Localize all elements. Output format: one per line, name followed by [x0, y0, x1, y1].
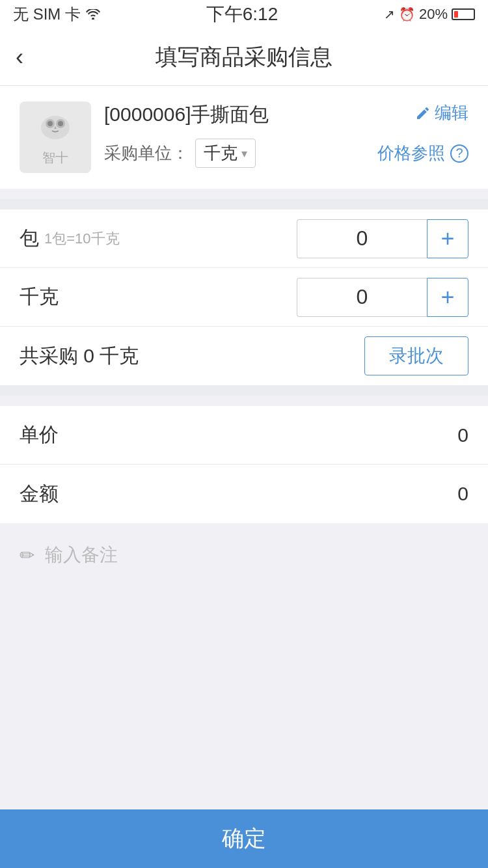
page-title: 填写商品采购信息	[156, 42, 332, 72]
status-right: ↗ ⏰ 20%	[384, 6, 475, 23]
product-image: 智十	[20, 102, 91, 173]
edit-label: 编辑	[435, 102, 468, 124]
product-top-row: [0000006]手撕面包 编辑	[104, 102, 468, 128]
chevron-down-icon: ▾	[241, 146, 247, 161]
time-display: 下午6:12	[206, 2, 278, 27]
wifi-signal-icon	[86, 5, 100, 23]
unit-price-row: 单价 0	[0, 406, 488, 465]
product-name: [0000006]手撕面包	[104, 102, 269, 128]
remarks-input-row: ✏ 输入备注	[20, 543, 468, 567]
alarm-icon: ⏰	[399, 7, 415, 22]
unit-price-value: 0	[457, 424, 468, 446]
battery-percent: 20%	[419, 6, 448, 23]
pencil-icon: ✏	[20, 545, 34, 566]
section-divider-1	[0, 199, 488, 210]
bag-quantity-input[interactable]	[297, 219, 427, 258]
unit-price-label: 单价	[20, 422, 59, 448]
unit-row: 采购单位： 千克 ▾	[104, 139, 256, 168]
unit-label: 采购单位：	[104, 142, 189, 165]
unit-value: 千克	[204, 142, 237, 165]
section-divider-2	[0, 385, 488, 396]
price-ref-button[interactable]: 价格参照 ?	[377, 142, 468, 165]
summary-row: 共采购 0 千克 录批次	[0, 327, 488, 385]
edit-button[interactable]: 编辑	[415, 102, 468, 124]
bag-sublabel: 1包=10千克	[44, 229, 120, 249]
bottom-padding	[0, 653, 488, 718]
status-left: 无 SIM 卡	[13, 4, 100, 25]
batch-button[interactable]: 录批次	[364, 336, 468, 375]
summary-text: 共采购 0 千克	[20, 343, 139, 370]
unit-select[interactable]: 千克 ▾	[195, 139, 256, 168]
product-bottom-row: 采购单位： 千克 ▾ 价格参照 ?	[104, 139, 468, 168]
bag-plus-button[interactable]: +	[427, 219, 468, 258]
kg-label: 千克	[20, 284, 59, 310]
bag-input-right: +	[297, 219, 468, 258]
back-button[interactable]: ‹	[16, 44, 23, 71]
amount-label: 金额	[20, 481, 59, 508]
remarks-section[interactable]: ✏ 输入备注	[0, 523, 488, 653]
confirm-button[interactable]: 确定	[0, 809, 488, 868]
kg-input-row: 千克 +	[0, 268, 488, 327]
kg-plus-button[interactable]: +	[427, 278, 468, 317]
brand-label: 智十	[42, 149, 68, 167]
owl-icon	[36, 108, 75, 146]
product-info: [0000006]手撕面包 编辑 采购单位： 千克 ▾ 价格参照 ?	[104, 102, 468, 168]
carrier-text: 无 SIM 卡	[13, 4, 81, 25]
amount-row: 金额 0	[0, 465, 488, 523]
nav-bar: ‹ 填写商品采购信息	[0, 29, 488, 86]
svg-point-4	[58, 121, 63, 126]
bag-input-row: 包 1包=10千克 +	[0, 210, 488, 268]
status-bar: 无 SIM 卡 下午6:12 ↗ ⏰ 20%	[0, 0, 488, 29]
remarks-placeholder: 输入备注	[45, 543, 118, 567]
price-section: 单价 0 金额 0	[0, 406, 488, 523]
svg-point-3	[47, 121, 53, 126]
location-icon: ↗	[384, 7, 395, 22]
bag-input-section: 包 1包=10千克 + 千克 +	[0, 210, 488, 327]
product-card: 智十 [0000006]手撕面包 编辑 采购单位： 千克 ▾ 价格参照 ?	[0, 86, 488, 189]
amount-value: 0	[457, 483, 468, 505]
kg-input-right: +	[297, 278, 468, 317]
kg-quantity-input[interactable]	[297, 278, 427, 317]
battery-icon	[452, 8, 475, 20]
bag-label: 包	[20, 225, 39, 252]
help-icon: ?	[450, 144, 468, 163]
price-ref-label: 价格参照	[377, 142, 445, 165]
